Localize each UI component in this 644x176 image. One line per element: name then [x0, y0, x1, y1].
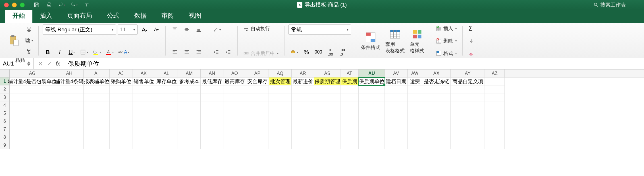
cell-AH3[interactable] [55, 93, 84, 101]
cell-AJ7[interactable] [110, 125, 132, 133]
cell-AI9[interactable] [84, 141, 110, 149]
copy-button[interactable] [23, 35, 34, 46]
col-header-AS[interactable]: AS [314, 69, 340, 77]
cell-AR4[interactable] [292, 101, 314, 109]
cell-AV7[interactable] [385, 125, 408, 133]
cell-AP9[interactable] [246, 141, 269, 149]
row-header-7[interactable]: 7 [0, 125, 10, 133]
decrease-indent-button[interactable] [211, 47, 221, 57]
cell-AH4[interactable] [55, 101, 84, 109]
cell-AN3[interactable] [201, 93, 223, 101]
cell-AG3[interactable] [10, 93, 55, 101]
cell-AS6[interactable] [314, 117, 340, 125]
search-input[interactable] [600, 2, 640, 8]
delete-cells-button[interactable]: 删除 [434, 37, 458, 45]
cell-AT1[interactable]: 保质期 [340, 77, 359, 85]
align-bottom-button[interactable] [194, 24, 204, 35]
cell-AW4[interactable] [408, 101, 422, 109]
col-header-AJ[interactable]: AJ [110, 69, 132, 77]
cell-AX1[interactable]: 是否走冻链 [422, 77, 451, 85]
col-header-AI[interactable]: AI [84, 69, 110, 77]
cell-AK6[interactable] [132, 117, 155, 125]
italic-button[interactable]: I [55, 47, 65, 57]
percent-button[interactable]: % [301, 47, 311, 57]
col-header-AH[interactable]: AH [55, 69, 84, 77]
cell-AR9[interactable] [292, 141, 314, 149]
autosum-button[interactable]: Σ [467, 24, 476, 32]
select-all-corner[interactable] [0, 69, 10, 77]
cell-AH2[interactable] [55, 85, 84, 93]
fullscreen-window-button[interactable] [20, 3, 25, 7]
increase-indent-button[interactable] [223, 47, 233, 57]
cell-AJ6[interactable] [110, 117, 132, 125]
cell-AM1[interactable]: 参考成本 [178, 77, 201, 85]
save-button[interactable] [33, 1, 40, 8]
cell-AP8[interactable] [246, 133, 269, 141]
cell-AM6[interactable] [178, 117, 201, 125]
cell-AU5[interactable] [359, 109, 385, 117]
cell-AY6[interactable] [451, 117, 485, 125]
tab-公式[interactable]: 公式 [99, 9, 127, 23]
cell-AK1[interactable]: 销售单位 [132, 77, 155, 85]
cancel-formula-button[interactable]: ✕ [38, 60, 43, 67]
cell-AQ5[interactable] [269, 109, 292, 117]
cell-AS4[interactable] [314, 101, 340, 109]
cell-AQ3[interactable] [269, 93, 292, 101]
cell-AZ2[interactable] [485, 85, 505, 93]
cell-AZ9[interactable] [485, 141, 505, 149]
col-header-AZ[interactable]: AZ [485, 69, 505, 77]
row-header-2[interactable]: 2 [0, 85, 10, 93]
close-window-button[interactable] [4, 3, 9, 7]
cell-AS5[interactable] [314, 109, 340, 117]
cell-AR6[interactable] [292, 117, 314, 125]
cell-AP2[interactable] [246, 85, 269, 93]
col-header-AR[interactable]: AR [292, 69, 314, 77]
minimize-window-button[interactable] [12, 3, 17, 7]
cell-AY8[interactable] [451, 133, 485, 141]
cell-AI4[interactable] [84, 101, 110, 109]
cell-AG2[interactable] [10, 85, 55, 93]
cell-AI3[interactable] [84, 93, 110, 101]
cell-AJ4[interactable] [110, 101, 132, 109]
font-size-combo[interactable]: 11▾ [118, 24, 138, 35]
tab-开始[interactable]: 开始 [5, 9, 32, 23]
cell-AW8[interactable] [408, 133, 422, 141]
merge-center-button[interactable]: 合并后居中 [242, 49, 280, 57]
cell-AY2[interactable] [451, 85, 485, 93]
cell-AP4[interactable] [246, 101, 269, 109]
cell-AO9[interactable] [223, 141, 246, 149]
cell-AO3[interactable] [223, 93, 246, 101]
cell-AP6[interactable] [246, 117, 269, 125]
cell-AJ8[interactable] [110, 133, 132, 141]
cell-AS1[interactable]: 保质期管理 [314, 77, 340, 85]
cell-AU4[interactable] [359, 101, 385, 109]
enter-formula-button[interactable]: ✓ [47, 60, 52, 67]
cell-AL4[interactable] [155, 101, 178, 109]
clear-button[interactable] [467, 49, 476, 57]
cell-AV3[interactable] [385, 93, 408, 101]
cell-AO8[interactable] [223, 133, 246, 141]
cell-AT4[interactable] [340, 101, 359, 109]
cell-AJ1[interactable]: 采购单位 [110, 77, 132, 85]
cell-AY5[interactable] [451, 109, 485, 117]
cell-AN2[interactable] [201, 85, 223, 93]
cell-AV2[interactable] [385, 85, 408, 93]
cell-AV1[interactable]: 建档日期 [385, 77, 408, 85]
cell-AL8[interactable] [155, 133, 178, 141]
cell-AX4[interactable] [422, 101, 451, 109]
cell-AZ8[interactable] [485, 133, 505, 141]
cell-AZ4[interactable] [485, 101, 505, 109]
cell-AX3[interactable] [422, 93, 451, 101]
cell-AY3[interactable] [451, 93, 485, 101]
cell-AQ1[interactable]: 批次管理 [269, 77, 292, 85]
increase-decimal-button[interactable]: .0.00 [325, 47, 336, 57]
borders-button[interactable] [78, 47, 90, 57]
cell-AH7[interactable] [55, 125, 84, 133]
cell-AZ7[interactable] [485, 125, 505, 133]
insert-cells-button[interactable]: 插入 [434, 24, 458, 32]
cell-AR1[interactable]: 最新进价 [292, 77, 314, 85]
cell-AO5[interactable] [223, 109, 246, 117]
wrap-text-button[interactable]: 自动换行 [242, 24, 280, 32]
cell-AH6[interactable] [55, 117, 84, 125]
cell-AV8[interactable] [385, 133, 408, 141]
